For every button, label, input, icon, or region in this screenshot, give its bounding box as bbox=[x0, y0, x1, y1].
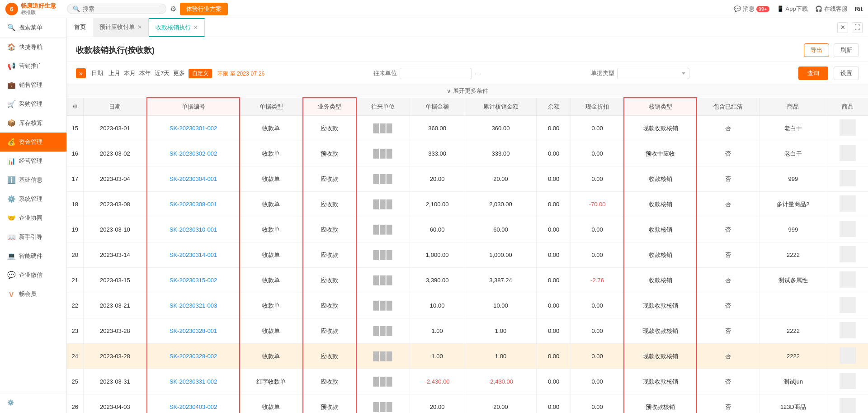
message-action[interactable]: 💬 消息 99+ bbox=[734, 5, 769, 13]
sidebar-item-hardware[interactable]: 💻 智能硬件 bbox=[0, 247, 66, 266]
sidebar-item-basic[interactable]: ℹ️ 基础信息 bbox=[0, 171, 66, 190]
user-action[interactable]: Rit bbox=[855, 5, 863, 12]
doc-no-link[interactable]: SK-20230331-002 bbox=[170, 378, 217, 385]
cell-verify-type: 现款收款核销 bbox=[624, 369, 696, 394]
sidebar-item-enterprise[interactable]: 🤝 企业协同 bbox=[0, 209, 66, 228]
date-this-year[interactable]: 本年 bbox=[139, 69, 151, 77]
th-cash-discount[interactable]: 现金折扣 bbox=[571, 98, 624, 116]
doc-no-link[interactable]: SK-20230403-002 bbox=[170, 404, 217, 410]
partner-input[interactable] bbox=[400, 68, 472, 79]
page-inner: 收款核销执行(按收款) 导出 刷新 » 日期 上月 本月 bbox=[67, 37, 868, 413]
cell-doc-no: SK-20230310-001 bbox=[147, 217, 240, 242]
th-verify-type[interactable]: 核销类型 bbox=[624, 98, 696, 116]
cell-doc-type: 收款单 bbox=[240, 192, 303, 217]
tab-bar: 首页 预计应收付单 ✕ 收款核销执行 ✕ ✕ ⛶ bbox=[67, 18, 868, 37]
tab-collection-close[interactable]: ✕ bbox=[193, 24, 198, 31]
top-search-box[interactable]: 🔍 bbox=[67, 4, 166, 14]
sidebar-item-operations[interactable]: 📊 经营管理 bbox=[0, 152, 66, 171]
sidebar-item-sales[interactable]: 💼 销售管理 bbox=[0, 76, 66, 95]
doc-no-link[interactable]: SK-20230308-001 bbox=[170, 201, 217, 208]
doc-no-link[interactable]: SK-20230328-001 bbox=[170, 328, 217, 334]
basic-icon: ℹ️ bbox=[7, 176, 15, 184]
tab-collection[interactable]: 收款核销执行 ✕ bbox=[149, 18, 205, 37]
sidebar-item-inventory[interactable]: 📦 库存核算 bbox=[0, 114, 66, 133]
expand-conditions-btn[interactable]: ∨ 展开更多条件 bbox=[447, 87, 488, 95]
date-custom-btn[interactable]: 自定义 bbox=[189, 69, 212, 78]
th-partner[interactable]: 往来单位 bbox=[356, 98, 410, 116]
message-label: 消息 bbox=[743, 5, 755, 13]
app-download-action[interactable]: 📱 App下载 bbox=[777, 5, 808, 13]
date-7days[interactable]: 近7天 bbox=[155, 69, 170, 77]
cell-include-settled: 否 bbox=[697, 293, 760, 318]
cell-amount: 1.00 bbox=[410, 318, 465, 344]
sidebar-settings-btn[interactable]: ⚙️ bbox=[0, 396, 66, 409]
sidebar-item-system[interactable]: ⚙️ 系统管理 bbox=[0, 190, 66, 209]
cell-include-settled: 否 bbox=[697, 369, 760, 394]
sidebar-item-guide[interactable]: 📖 新手引导 bbox=[0, 228, 66, 247]
refresh-btn[interactable]: 刷新 bbox=[834, 43, 859, 57]
table-row: 15 2023-03-01 SK-20230301-002 收款单 应收款 ██… bbox=[67, 116, 868, 141]
cell-biz-type: 应收款 bbox=[303, 217, 357, 242]
maximize-tab-btn[interactable]: ⛶ bbox=[852, 22, 863, 33]
doc-no-link[interactable]: SK-20230315-002 bbox=[170, 277, 217, 284]
close-tab-btn[interactable]: ✕ bbox=[837, 22, 848, 33]
cell-goods: 123D商品 bbox=[760, 394, 827, 413]
doc-no-link[interactable]: SK-20230301-002 bbox=[170, 125, 217, 132]
tab-collection-label: 收款核销执行 bbox=[156, 24, 191, 32]
table-row: 20 2023-03-14 SK-20230314-001 收款单 应收款 ██… bbox=[67, 242, 868, 268]
tab-home[interactable]: 首页 bbox=[67, 18, 93, 37]
date-more[interactable]: 更多 bbox=[173, 69, 185, 77]
th-cumulative[interactable]: 累计核销金额 bbox=[465, 98, 537, 116]
settings-gear-icon[interactable]: ⚙ bbox=[170, 5, 176, 13]
filter-toggle-btn[interactable]: » bbox=[76, 68, 86, 78]
th-goods[interactable]: 商品 bbox=[760, 98, 827, 116]
tab-payable[interactable]: 预计应收付单 ✕ bbox=[93, 18, 149, 37]
doc-no-link[interactable]: SK-20230302-002 bbox=[170, 150, 217, 157]
sidebar-item-wechat[interactable]: 💬 企业微信 bbox=[0, 266, 66, 285]
cell-cash-discount: 0.00 bbox=[571, 242, 624, 268]
sidebar-item-marketing[interactable]: 📢 营销推广 bbox=[0, 57, 66, 76]
th-doc-no[interactable]: 单据编号 bbox=[147, 98, 240, 116]
cell-balance: 0.00 bbox=[537, 394, 571, 413]
th-include-settled[interactable]: 包含已结清 bbox=[697, 98, 760, 116]
query-btn[interactable]: 查询 bbox=[798, 66, 828, 80]
cell-amount: 333.00 bbox=[410, 141, 465, 166]
table-header-row: ⚙ 日期 单据编号 单据类型 业务类型 往来单位 单据金额 累计核销金额 余额 bbox=[67, 98, 868, 116]
sidebar-item-finance[interactable]: 💰 资金管理 bbox=[0, 133, 66, 152]
doc-no-link[interactable]: SK-20230314-001 bbox=[170, 252, 217, 258]
sidebar-item-member[interactable]: V 畅会员 bbox=[0, 285, 66, 304]
doc-no-link[interactable]: SK-20230304-001 bbox=[170, 176, 217, 182]
doc-no-link[interactable]: SK-20230328-002 bbox=[170, 353, 217, 360]
th-gear[interactable]: ⚙ bbox=[67, 98, 83, 116]
date-last-month[interactable]: 上月 bbox=[108, 69, 120, 77]
cell-date: 2023-03-10 bbox=[83, 217, 147, 242]
cell-cumulative: -2,430.00 bbox=[465, 369, 537, 394]
cell-biz-type: 应收款 bbox=[303, 192, 357, 217]
sidebar-item-purchase[interactable]: 🛒 采购管理 bbox=[0, 95, 66, 114]
date-this-month[interactable]: 本月 bbox=[124, 69, 136, 77]
date-range-display: 不限 至 2023-07-26 bbox=[217, 70, 264, 78]
th-amount[interactable]: 单据金额 bbox=[410, 98, 465, 116]
receipt-type-select[interactable] bbox=[617, 68, 689, 79]
doc-no-link[interactable]: SK-20230321-003 bbox=[170, 302, 217, 309]
doc-no-link[interactable]: SK-20230310-001 bbox=[170, 226, 217, 233]
top-search-input[interactable] bbox=[83, 5, 160, 12]
th-doc-type[interactable]: 单据类型 bbox=[240, 98, 303, 116]
sidebar-bottom: ⚙️ bbox=[0, 392, 66, 413]
th-balance[interactable]: 余额 bbox=[537, 98, 571, 116]
sidebar-item-quicknav[interactable]: 🏠 快捷导航 bbox=[0, 38, 66, 57]
th-biz-type[interactable]: 业务类型 bbox=[303, 98, 357, 116]
sidebar-item-search[interactable]: 🔍 搜索菜单 bbox=[0, 18, 66, 38]
industry-btn[interactable]: 体验行业方案 bbox=[180, 3, 228, 15]
cell-verify-type: 预收款核销 bbox=[624, 394, 696, 413]
export-btn[interactable]: 导出 bbox=[804, 43, 829, 57]
cell-partner: ███ bbox=[356, 268, 410, 293]
cell-date: 2023-03-04 bbox=[83, 166, 147, 192]
tab-payable-close[interactable]: ✕ bbox=[137, 24, 142, 30]
online-support-action[interactable]: 🎧 在线客服 bbox=[815, 5, 848, 13]
th-date[interactable]: 日期 bbox=[83, 98, 147, 116]
tab-home-label: 首页 bbox=[74, 23, 86, 31]
cell-partner: ███ bbox=[356, 141, 410, 166]
th-goods2[interactable]: 商品 bbox=[827, 98, 868, 116]
filter-settings-btn[interactable]: 设置 bbox=[834, 66, 859, 80]
